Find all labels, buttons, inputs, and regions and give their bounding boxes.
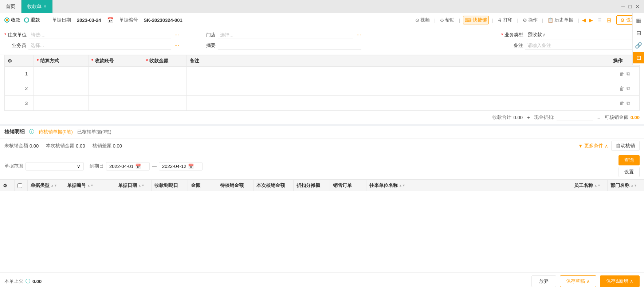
history-button[interactable]: 📋 历史单据 <box>546 16 575 24</box>
col-amount-header: 收款金额 <box>143 55 187 66</box>
sort-partner-icon[interactable]: ▲▼ <box>399 184 405 187</box>
row3-remark[interactable] <box>187 96 610 110</box>
receipt-radio[interactable]: 收款 <box>4 17 20 23</box>
row1-amount[interactable] <box>143 67 187 81</box>
staff-more-icon[interactable]: ··· <box>174 42 179 49</box>
main-content: 收款 退款 单据日期 2023-03-24 📅 单据编号 SK-20230324… <box>0 13 644 290</box>
verify-info-icon[interactable]: ⓘ <box>29 129 34 135</box>
row1-account[interactable] <box>89 67 143 81</box>
staff-input[interactable] <box>28 42 171 50</box>
row2-delete-icon[interactable]: 🗑 <box>619 86 624 91</box>
filter-setting-button[interactable]: 设置 <box>619 167 640 177</box>
row3-copy-icon[interactable]: ⧉ <box>627 100 630 106</box>
more-conditions-chevron: ∧ <box>605 143 608 149</box>
row1-copy-icon[interactable]: ⧉ <box>627 71 630 77</box>
calendar-icon[interactable]: 📅 <box>107 17 113 23</box>
operation-button[interactable]: ⚙ 操作 <box>521 16 539 24</box>
row2-copy-icon[interactable]: ⧉ <box>627 85 630 91</box>
row3-settle[interactable] <box>34 96 89 110</box>
abandon-button[interactable]: 放弃 <box>531 275 556 287</box>
next-icon[interactable]: ▶ <box>589 17 593 23</box>
view-buttons: ≡ ⊞ <box>596 16 613 25</box>
row1-remark[interactable] <box>187 67 610 81</box>
shortcut-label: 快捷键 <box>473 17 487 23</box>
rp-list-icon[interactable]: ⊟ <box>633 27 644 39</box>
row3-settings <box>5 96 19 110</box>
print-button[interactable]: 🖨 打印 <box>496 16 514 24</box>
row3-amount[interactable] <box>143 96 187 110</box>
date-from-field[interactable]: 2022-04-01 📅 <box>106 162 150 171</box>
bth-current-verify: 本次核销金额 <box>254 180 294 191</box>
discount-input[interactable] <box>557 114 593 121</box>
refund-radio[interactable]: 退款 <box>24 17 40 23</box>
row3-account[interactable] <box>89 96 143 110</box>
diff-stat: 核销差额 0.00 <box>93 142 122 149</box>
prev-icon[interactable]: ◀ <box>582 17 586 23</box>
shop-input[interactable] <box>218 31 353 39</box>
save-draft-button[interactable]: 保存草稿 ∧ <box>560 275 596 287</box>
save-new-button[interactable]: 保存&新增 ∧ <box>600 275 640 287</box>
business-type-arrow: ∨ <box>542 32 546 38</box>
total-value: 0.00 <box>514 115 523 120</box>
query-button[interactable]: 查询 <box>619 155 640 165</box>
rp-link-icon[interactable]: 🔗 <box>633 39 644 51</box>
row2-remark[interactable] <box>187 81 610 95</box>
sort-staff-icon[interactable]: ▲▼ <box>594 184 601 187</box>
form-row-1: 往来单位 ··· 门店 ··· 业务类型 预收款 ∨ <box>4 30 640 39</box>
history-label: 历史单据 <box>554 17 573 23</box>
discount-item: 现金折扣: <box>534 114 593 121</box>
col-settle-header: 结算方式 <box>34 55 89 66</box>
video-button[interactable]: ⊙ 视频 <box>414 16 431 24</box>
row3-delete-icon[interactable]: 🗑 <box>619 100 624 106</box>
date-to-value: 2022-04-12 <box>162 164 186 169</box>
row2-settle[interactable] <box>34 81 89 95</box>
bth-checkbox[interactable] <box>15 180 28 191</box>
summary-field: 摘要 <box>179 42 361 50</box>
row1-settle[interactable] <box>34 67 89 81</box>
select-all-checkbox[interactable] <box>17 183 22 188</box>
auto-verify-button[interactable]: 自动核销 <box>611 141 640 151</box>
col-amount-label: 收款金额 <box>146 58 168 64</box>
row2-settings <box>5 81 19 95</box>
sort-number-icon[interactable]: ▲▼ <box>87 184 94 187</box>
col-idx-header <box>19 55 34 66</box>
more-conditions-button[interactable]: ▼ 更多条件 ∧ <box>578 142 608 149</box>
grid-view-button[interactable]: ⊞ <box>604 16 613 25</box>
business-type-select[interactable]: 预收款 ∨ <box>526 30 640 39</box>
col-settings-header[interactable]: ⚙ <box>5 55 19 66</box>
operation-icon: ⚙ <box>523 17 527 23</box>
receipt-label: 收款 <box>11 17 20 23</box>
row1-delete-icon[interactable]: 🗑 <box>619 71 624 77</box>
pending-tab[interactable]: 待核销单据(0笔) <box>39 129 73 135</box>
table-row: 1 🗑 ⧉ <box>5 67 639 81</box>
tab-active[interactable]: 收款单 × <box>21 0 52 13</box>
date-to-field[interactable]: 2022-04-12 📅 <box>159 162 203 171</box>
abandon-label: 放弃 <box>539 278 549 284</box>
done-tab[interactable]: 已核销单据(0笔) <box>77 129 111 135</box>
shop-more-icon[interactable]: ··· <box>357 32 361 38</box>
sort-type-icon[interactable]: ▲▼ <box>51 184 57 187</box>
help-button[interactable]: ⊙ 帮助 <box>439 16 456 24</box>
sort-date-icon[interactable]: ▲▼ <box>138 184 145 187</box>
sort-dept-icon[interactable]: ▲▼ <box>631 184 637 187</box>
row2-amount[interactable] <box>143 81 187 95</box>
rp-screenshot-icon[interactable]: ⊡ <box>633 52 644 63</box>
bth-due: 收款到期日 <box>152 180 188 191</box>
range-select[interactable]: ∨ <box>25 162 84 171</box>
summary-input[interactable] <box>218 42 361 50</box>
list-view-button[interactable]: ≡ <box>596 16 604 24</box>
tab-home[interactable]: 首页 <box>0 0 21 13</box>
row2-account[interactable] <box>89 81 143 95</box>
partner-more-icon[interactable]: ··· <box>174 32 179 38</box>
tab-close-icon[interactable]: × <box>44 4 46 9</box>
bth-settings[interactable]: ⚙ <box>0 180 15 191</box>
filter-right-buttons: 查询 设置 <box>619 155 640 177</box>
footer-info-icon[interactable]: ⓘ <box>25 278 30 285</box>
partner-input[interactable] <box>29 31 171 39</box>
maximize-button[interactable]: □ <box>629 4 632 9</box>
minimize-button[interactable]: ─ <box>621 4 625 9</box>
close-button[interactable]: ✕ <box>635 4 640 9</box>
remark-input[interactable] <box>525 42 640 50</box>
rp-table-icon[interactable]: ▦ <box>633 15 644 26</box>
shortcut-button[interactable]: ⌨ 快捷键 <box>463 16 489 24</box>
